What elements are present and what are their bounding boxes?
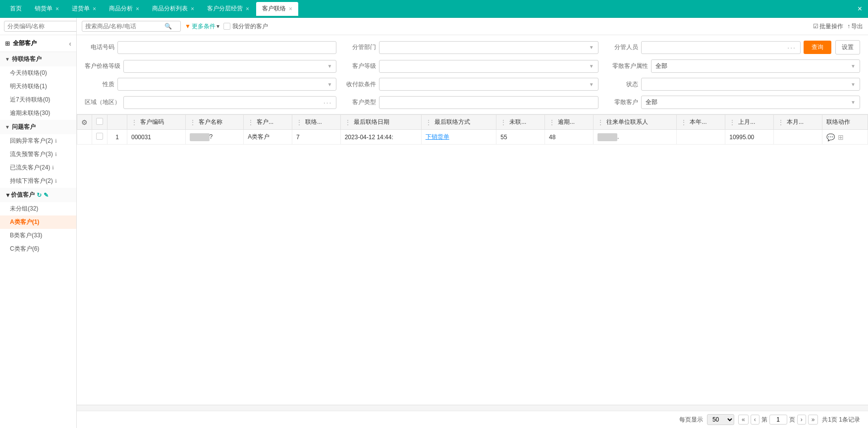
td-no-contact: 55 — [496, 130, 545, 145]
resizer-unit[interactable]: ⋮ — [597, 119, 603, 126]
resizer-no-contact[interactable]: ⋮ — [500, 119, 506, 126]
first-page-btn[interactable]: « — [738, 415, 749, 425]
tab-goods-analysis[interactable]: 商品分析 × — [103, 2, 145, 16]
sidebar-item-overdue[interactable]: 逾期未联络(30) — [0, 107, 76, 120]
td-this-month — [774, 130, 822, 145]
table-gear-icon[interactable]: ⚙ — [81, 118, 88, 126]
filter-row-phone: 电话号码 — [85, 40, 336, 54]
page-label: 第 — [761, 416, 767, 424]
sidebar-search-area: 🔍 — [0, 18, 76, 35]
filter-search-icon[interactable]: 🔍 — [164, 23, 172, 30]
sidebar-item-unclassified[interactable]: 未分组(32) — [0, 202, 76, 215]
resizer-last-month[interactable]: ⋮ — [729, 119, 735, 126]
resizer-contact[interactable]: ⋮ — [296, 119, 302, 126]
horizontal-scrollbar[interactable] — [77, 405, 868, 411]
sidebar-search-input[interactable] — [4, 21, 77, 32]
resizer-this-month[interactable]: ⋮ — [778, 119, 784, 126]
table-row: 1 000031 ? A类客户 7 2023-04-12 14:44: 下销货单… — [77, 130, 868, 145]
close-purchase-tab[interactable]: × — [93, 5, 96, 12]
close-all-tabs[interactable]: × — [856, 2, 864, 15]
contact-way-link[interactable]: 下销货单 — [426, 133, 449, 140]
resizer-year[interactable]: ⋮ — [681, 119, 687, 126]
td-last-contact-date: 2023-04-12 14:44: — [340, 130, 421, 145]
resizer-date[interactable]: ⋮ — [345, 119, 351, 126]
th-seq — [108, 115, 127, 130]
select-retail[interactable]: 全部 ▼ — [641, 96, 860, 109]
tab-customer-layer[interactable]: 客户分层经营 × — [201, 2, 255, 16]
input-phone[interactable] — [117, 41, 336, 54]
sidebar-item-repurchase[interactable]: 回购异常客户(2) ℹ — [0, 134, 76, 148]
tab-sales[interactable]: 销货单 × — [29, 2, 65, 16]
filter-search-box[interactable]: 🔍 — [82, 21, 181, 32]
select-payment[interactable]: ▼ — [379, 78, 598, 91]
close-customer-layer-tab[interactable]: × — [246, 5, 249, 12]
select-status[interactable]: ▼ — [641, 78, 860, 91]
tab-goods-list[interactable]: 商品分析列表 × — [146, 2, 200, 16]
edit-value-icon[interactable]: ✎ — [44, 192, 49, 199]
my-customers-check[interactable] — [223, 23, 230, 30]
row-checkbox[interactable] — [96, 133, 103, 140]
sidebar-item-declining[interactable]: 持续下滑客户(2) ℹ — [0, 174, 76, 188]
action-message-icon[interactable]: 💬 — [826, 133, 835, 141]
next-page-btn[interactable]: › — [797, 415, 806, 425]
page-number-input[interactable] — [769, 415, 787, 425]
select-dept[interactable]: ▼ — [379, 41, 598, 54]
close-customer-contact-tab[interactable]: × — [289, 5, 292, 12]
sidebar-section-value[interactable]: ▼ 价值客户 ↻ ✎ — [0, 188, 76, 202]
td-checkbox — [92, 130, 108, 145]
select-nature[interactable]: ▼ — [117, 78, 336, 91]
per-page-label: 每页显示 — [679, 416, 703, 424]
batch-op-btn[interactable]: ☑ 批量操作 — [813, 22, 843, 31]
th-last-contact-way: ⋮ 最后联络方式 — [421, 115, 496, 130]
close-goods-analysis-tab[interactable]: × — [136, 5, 139, 12]
label-manager: 分管人员 — [608, 43, 638, 52]
more-conditions-btn[interactable]: ▼ 更多条件 ▾ — [185, 22, 219, 31]
filter-row-price-level: 客户价格等级 ▼ — [85, 59, 336, 73]
th-unit-contact: ⋮ 往来单位联系人 — [593, 115, 677, 130]
refresh-icon[interactable]: ↻ — [37, 192, 42, 199]
sidebar-section-pending[interactable]: ▼ 待联络客户 — [0, 52, 76, 66]
select-retail-attr[interactable]: 全部 ▼ — [651, 59, 860, 73]
sidebar-item-today[interactable]: 今天待联络(0) — [0, 66, 76, 80]
tab-customer-contact[interactable]: 客户联络 × — [256, 2, 298, 16]
resizer-type[interactable]: ⋮ — [248, 119, 254, 126]
sidebar-collapse-icon[interactable]: ‹ — [69, 40, 71, 48]
sidebar-item-class-c[interactable]: C类客户(6) — [0, 242, 76, 256]
input-cust-type[interactable] — [379, 96, 598, 109]
price-arrow: ▼ — [327, 63, 332, 69]
filter-search-input[interactable] — [85, 23, 164, 30]
resizer-code[interactable]: ⋮ — [131, 119, 137, 126]
select-cust-level[interactable]: ▼ — [379, 60, 598, 73]
filter-bar: 🔍 ▼ 更多条件 ▾ 我分管的客户 ☑ 批量操作 ↑ 导出 — [77, 18, 868, 35]
label-cust-type: 客户类型 — [346, 98, 376, 107]
prev-page-btn[interactable]: ‹ — [751, 415, 760, 425]
resizer-way[interactable]: ⋮ — [426, 119, 432, 126]
sidebar-item-7days[interactable]: 近7天待联络(0) — [0, 93, 76, 107]
query-button[interactable]: 查询 — [804, 41, 831, 54]
resizer-name[interactable]: ⋮ — [190, 119, 196, 126]
sidebar-item-class-b[interactable]: B类客户(33) — [0, 229, 76, 242]
select-all-checkbox[interactable] — [96, 118, 103, 125]
resizer-overdue[interactable]: ⋮ — [549, 119, 555, 126]
sidebar-all-customers[interactable]: ⊞ 全部客户 ‹ — [0, 35, 76, 52]
sidebar-item-churn-warning[interactable]: 流失预警客户(3) ℹ — [0, 148, 76, 161]
sidebar-item-tomorrow[interactable]: 明天待联络(1) — [0, 80, 76, 93]
input-manager[interactable]: ··· — [641, 41, 801, 54]
sidebar-section-problem[interactable]: ▼ 问题客户 — [0, 120, 76, 134]
select-price-level[interactable]: ▼ — [123, 60, 336, 73]
export-btn[interactable]: ↑ 导出 — [847, 22, 863, 31]
main-layout: 🔍 ⊞ 全部客户 ‹ ▼ 待联络客户 今天待联络(0) 明天待联络(1) 近7天… — [0, 18, 868, 428]
sidebar-item-churned[interactable]: 已流失客户(24) ℹ — [0, 161, 76, 174]
last-page-btn[interactable]: » — [808, 415, 818, 425]
tab-home[interactable]: 首页 — [4, 2, 28, 16]
action-more-icon[interactable]: ⊞ — [838, 133, 844, 141]
tab-purchase[interactable]: 进货单 × — [66, 2, 102, 16]
sidebar-item-class-a[interactable]: A类客户(1) — [0, 215, 76, 229]
close-goods-list-tab[interactable]: × — [191, 5, 194, 12]
input-region[interactable]: ··· — [123, 96, 336, 109]
settings-button[interactable]: 设置 — [835, 40, 860, 54]
my-customers-checkbox[interactable]: 我分管的客户 — [223, 22, 268, 31]
per-page-select[interactable]: 50 100 200 — [707, 414, 734, 425]
level-arrow: ▼ — [589, 63, 594, 69]
close-sales-tab[interactable]: × — [55, 5, 59, 12]
